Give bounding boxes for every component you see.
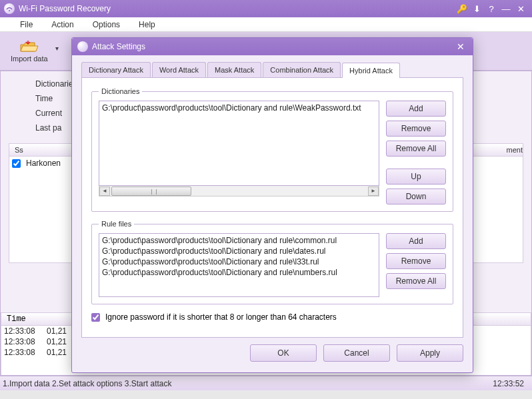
dict-remove-button[interactable]: Remove	[386, 121, 446, 137]
dict-remove-all-button[interactable]: Remove All	[386, 141, 446, 157]
folder-open-icon	[19, 39, 40, 54]
tab-dictionary-attack[interactable]: Dictionary Attack	[81, 62, 151, 77]
dictionaries-legend: Dictionaries	[99, 87, 142, 95]
minimize-button[interactable]: —	[499, 2, 513, 15]
status-text: 1.Import data 2.Set attack options 3.Sta…	[3, 379, 171, 388]
dialog-actions: OK Cancel Apply	[72, 344, 473, 370]
ok-button[interactable]: OK	[250, 344, 317, 362]
col-ss: Ss	[9, 146, 69, 154]
dialog-close-button[interactable]: ✕	[454, 41, 467, 52]
list-item[interactable]: G:\product\password\products\tool\Dictio…	[101, 267, 377, 278]
import-data-label: Import data	[11, 55, 48, 63]
menu-file[interactable]: File	[11, 19, 42, 31]
dictionaries-scrollbar[interactable]: ◄ ►	[99, 186, 379, 197]
dict-up-button[interactable]: Up	[386, 169, 446, 185]
rules-group: Rule files G:\product\password\products\…	[91, 220, 453, 304]
key-icon[interactable]: 🔑	[455, 2, 469, 15]
list-item[interactable]: G:\product\password\products\tool\Dictio…	[101, 246, 377, 256]
tab-pane: Dictionaries G:\product\password\product…	[81, 78, 463, 338]
tab-combination-attack[interactable]: Combination Attack	[263, 62, 341, 77]
menu-action[interactable]: Action	[42, 19, 83, 31]
apply-button[interactable]: Apply	[397, 344, 463, 362]
ignore-length-label: Ignore password if it is shorter that 8 …	[105, 312, 337, 322]
import-data-button[interactable]: Import data ▾	[7, 38, 52, 64]
status-clock: 12:33:52	[487, 379, 529, 388]
ignore-length-checkbox[interactable]	[91, 313, 100, 322]
col-time: Time	[1, 314, 48, 324]
app-icon	[4, 3, 15, 14]
tab-word-attack[interactable]: Word Attack	[152, 62, 206, 77]
download-icon[interactable]: ⬇	[469, 2, 484, 15]
dict-down-button[interactable]: Down	[386, 189, 446, 204]
list-item[interactable]: G:\product\password\products\tool\Dictio…	[101, 235, 377, 246]
col-ment: ment	[507, 146, 523, 154]
list-item[interactable]: G:\product\password\products\tool\Dictio…	[101, 103, 377, 113]
scroll-thumb[interactable]	[111, 187, 191, 196]
titlebar: Wi-Fi Password Recovery 🔑 ⬇ ? — ✕	[0, 0, 532, 17]
dialog-icon	[77, 41, 88, 52]
rules-listbox[interactable]: G:\product\password\products\tool\Dictio…	[99, 233, 379, 297]
rules-legend: Rule files	[99, 220, 134, 228]
tab-hybrid-attack[interactable]: Hybrid Attack	[342, 63, 400, 78]
scroll-right-icon[interactable]: ►	[368, 187, 379, 196]
statusbar: 1.Import data 2.Set attack options 3.Sta…	[0, 376, 532, 390]
chevron-down-icon[interactable]: ▾	[55, 45, 59, 52]
dictionaries-group: Dictionaries G:\product\password\product…	[91, 87, 453, 212]
menu-help[interactable]: Help	[129, 19, 165, 31]
rules-remove-button[interactable]: Remove	[386, 253, 446, 269]
dialog-title: Attack Settings	[92, 42, 454, 51]
dict-add-button[interactable]: Add	[386, 101, 446, 117]
network-name: Harkonen	[23, 159, 63, 168]
help-icon[interactable]: ?	[484, 2, 499, 15]
app-title: Wi-Fi Password Recovery	[19, 4, 455, 13]
rules-remove-all-button[interactable]: Remove All	[386, 273, 446, 289]
dictionaries-listbox[interactable]: G:\product\password\products\tool\Dictio…	[99, 101, 379, 186]
cancel-button[interactable]: Cancel	[323, 344, 390, 362]
tab-mask-attack[interactable]: Mask Attack	[207, 62, 261, 77]
menubar: File Action Options Help	[0, 17, 532, 32]
attack-settings-dialog: Attack Settings ✕ Dictionary Attack Word…	[71, 37, 473, 373]
tabs: Dictionary Attack Word Attack Mask Attac…	[81, 62, 463, 78]
list-item[interactable]: G:\product\password\products\tool\Dictio…	[101, 256, 377, 267]
rules-add-button[interactable]: Add	[386, 233, 446, 249]
scroll-left-icon[interactable]: ◄	[99, 187, 110, 196]
network-checkbox[interactable]	[12, 159, 21, 168]
dialog-titlebar: Attack Settings ✕	[72, 38, 473, 55]
svg-point-0	[9, 10, 10, 11]
menu-options[interactable]: Options	[83, 19, 129, 31]
close-button[interactable]: ✕	[513, 2, 528, 15]
